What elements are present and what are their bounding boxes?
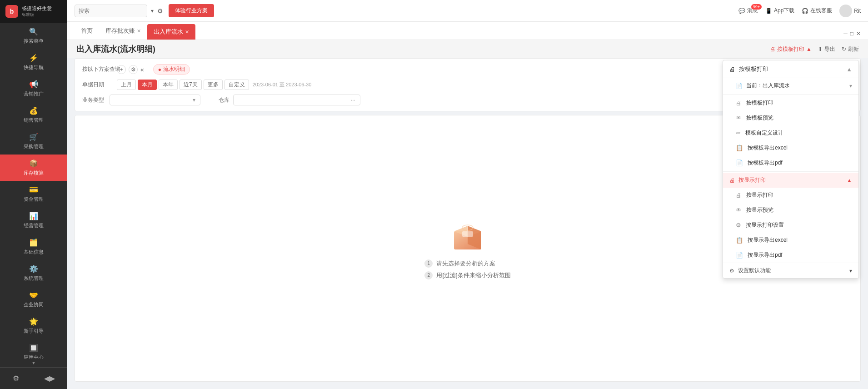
footer-label: 设置默认功能 [738,267,771,274]
filter-active-tag[interactable]: ● 流水明细 [153,64,190,75]
sidebar-icon-system: ⚙️ [29,264,38,273]
date-btn-7days[interactable]: 近7天 [180,80,202,90]
sidebar-item-operation[interactable]: 📊经营管理 [0,207,67,234]
display-settings-item[interactable]: ⚙ 按显示打印设置 [723,218,858,233]
date-btn-this-year[interactable]: 本年 [159,80,178,90]
print-icon: 🖨 [770,46,775,52]
display-print-item[interactable]: 🖨 按显示打印 [723,188,858,203]
empty-step-2: 2 用[过滤]条件来缩小分析范围 [424,271,510,279]
template-excel-item[interactable]: 📋 按模板导出excel [723,140,858,155]
display-settings-label: 按显示打印设置 [746,221,784,229]
sidebar-item-appcenter[interactable]: 🔲应用中心 [0,339,67,359]
sidebar-item-system[interactable]: ⚙️系统管理 [0,260,67,286]
tab-close-all-btn[interactable]: ✕ [856,30,861,37]
sidebar-label-guide: 新手引导 [24,328,44,334]
notification-btn[interactable]: 💬 消息 99+ [738,7,758,15]
user-avatar-area[interactable]: Rit [839,5,861,17]
sidebar-label-inventory: 库存核算 [24,170,44,176]
tab-flow[interactable]: 出入库流水 ✕ [147,24,195,40]
sidebar-item-coop[interactable]: 🤝企业协同 [0,286,67,313]
date-btn-this-month[interactable]: 本月 [138,80,157,90]
sidebar: b 畅捷通好生意 标准版 🔍搜索菜单⚡快捷导航📢营销推广💰销售管理🛒采购管理📦库… [0,0,67,389]
industry-btn[interactable]: 体验行业方案 [169,4,214,17]
settings-bottom-btn[interactable]: ⚙ [11,372,21,384]
collapse-sidebar-btn[interactable]: ◀▶ [42,372,57,384]
sidebar-item-purchase[interactable]: 🛒采购管理 [0,128,67,155]
header-search-dropdown[interactable]: ▾ [151,8,154,14]
sidebar-item-shortcut[interactable]: ⚡快捷导航 [0,49,67,75]
display-section-header[interactable]: 🖨 按显示打印 ▲ [723,173,858,188]
refresh-icon: ↻ [842,46,846,52]
template-pdf-label: 按模板导出pdf [748,159,783,167]
warehouse-input[interactable]: ··· [233,95,360,105]
tab-flow-label: 出入库流水 [154,28,183,36]
step-2-text: 用[过滤]条件来缩小分析范围 [436,271,510,279]
template-custom-label: 模板自定义设计 [745,129,783,137]
date-btn-last-month[interactable]: 上月 [117,80,136,90]
display-settings-icon: ⚙ [736,222,741,229]
sidebar-item-marketing[interactable]: 📢营销推广 [0,75,67,102]
divider-1 [723,94,858,95]
tab-batch-label: 库存批次账 [105,27,135,35]
sidebar-icon-operation: 📊 [29,212,38,220]
sidebar-item-finance[interactable]: 💳资金管理 [0,181,67,207]
template-custom-item[interactable]: ✏ 模板自定义设计 [723,125,858,140]
sidebar-label-purchase: 采购管理 [24,143,44,150]
filter-add-btn[interactable]: + [117,65,126,74]
sidebar-icon-guide: 🌟 [29,317,38,326]
sidebar-icon-inventory: 📦 [29,159,38,168]
sidebar-item-guide[interactable]: 🌟新手引导 [0,313,67,339]
template-print-label: 按模板打印 [746,99,773,107]
refresh-btn[interactable]: ↻ 刷新 [842,45,859,53]
filter-tag-icon: ● [158,66,161,73]
tab-maximize-btn[interactable]: □ [850,30,853,37]
biz-type-dropdown[interactable]: ▾ [110,95,200,105]
sidebar-label-search: 搜索菜单 [24,38,44,45]
header-gear-icon[interactable]: ⚙ [157,7,163,15]
export-btn[interactable]: ⬆ 导出 [818,45,835,53]
empty-state: 1 请先选择要分析的方案 2 用[过滤]条件来缩小分析范围 [424,218,510,279]
display-pdf-item[interactable]: 📄 按显示导出pdf [723,248,858,263]
filter-set-btn[interactable]: ⚙ [129,65,138,74]
sidebar-item-inventory[interactable]: 📦库存核算 [0,155,67,181]
template-pdf-item[interactable]: 📄 按模板导出pdf [723,155,858,170]
date-btn-custom[interactable]: 自定义 [224,80,249,90]
header-search-input[interactable] [75,5,147,17]
display-preview-item[interactable]: 👁 按显示预览 [723,203,858,218]
current-label: 当前：出入库流水 [746,82,790,90]
tab-home[interactable]: 首页 [75,23,99,40]
logo-icon: b [5,5,18,18]
filter-collapse-icon[interactable]: « [140,66,144,73]
display-excel-icon: 📋 [736,237,743,244]
print-btn[interactable]: 🖨 按模板打印 ▲ [770,45,812,53]
template-excel-label: 按模板导出excel [748,144,788,152]
sidebar-item-sales[interactable]: 💰销售管理 [0,102,67,128]
sidebar-icon-purchase: 🛒 [29,133,38,141]
tab-minimize-btn[interactable]: ─ [843,30,848,37]
dropdown-collapse-btn[interactable]: ▲ [846,66,852,73]
dropdown-current-item[interactable]: 📄 当前：出入库流水 ▾ [723,78,858,93]
tab-batch[interactable]: 库存批次账 ✕ [99,23,147,40]
template-excel-icon: 📋 [736,145,743,151]
tab-flow-close[interactable]: ✕ [185,29,189,35]
step-1-num: 1 [424,259,433,268]
online-service-btn[interactable]: 🎧 在线客服 [802,7,832,15]
display-excel-label: 按显示导出excel [748,236,788,244]
app-download-btn[interactable]: 📱 App下载 [765,7,794,15]
footer-icon: ⚙ [729,268,734,274]
sidebar-label-marketing: 营销推广 [24,90,44,97]
date-btn-more[interactable]: 更多 [204,80,223,90]
sidebar-icon-marketing: 📢 [29,80,38,89]
tab-batch-close[interactable]: ✕ [137,28,141,34]
template-preview-item[interactable]: 👁 按模板预览 [723,110,858,125]
sidebar-item-search[interactable]: 🔍搜索菜单 [0,23,67,49]
dropdown-footer[interactable]: ⚙ 设置默认功能 ▾ [723,263,858,278]
warehouse-more-icon: ··· [351,97,355,103]
page-header-row: 出入库流水(流水明细) 🖨 按模板打印 ▲ ⬆ 导出 ↻ 刷新 [67,40,868,58]
sidebar-nav: 🔍搜索菜单⚡快捷导航📢营销推广💰销售管理🛒采购管理📦库存核算💳资金管理📊经营管理… [0,23,67,359]
display-pdf-icon: 📄 [736,252,743,259]
template-print-icon: 🖨 [736,100,742,106]
template-print-item[interactable]: 🖨 按模板打印 [723,95,858,110]
sidebar-item-basic[interactable]: 🗂️基础信息 [0,234,67,260]
display-excel-item[interactable]: 📋 按显示导出excel [723,233,858,248]
